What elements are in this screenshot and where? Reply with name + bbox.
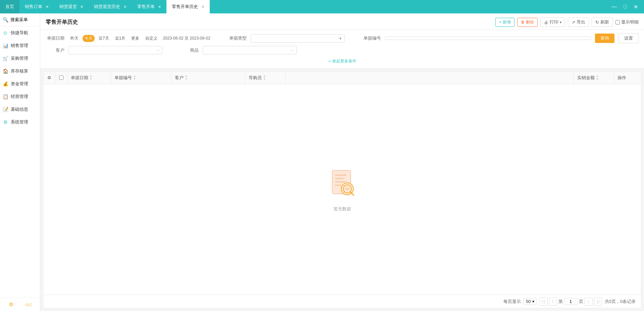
close-tab-retail-order-history[interactable]: ✕ bbox=[201, 5, 204, 9]
first-page-button[interactable]: ⟨⟨ bbox=[540, 298, 548, 306]
settings-bottom-icon[interactable]: ⚙ bbox=[9, 301, 13, 308]
svg-rect-3 bbox=[335, 181, 346, 183]
sidebar-item-label: 系统管理 bbox=[11, 119, 28, 125]
system-icon: ⚙ bbox=[3, 119, 8, 125]
page-header: 零售开单历史 + 新增 🗑 删除 🖨 打印 ▾ ↗ 导出 ↻ 刷新 bbox=[40, 13, 644, 30]
customer-input[interactable]: ··· bbox=[68, 46, 162, 54]
date-shortcut-more[interactable]: 更多 bbox=[129, 35, 141, 42]
sidebar-item-purchase[interactable]: 🛒 采购管理 bbox=[0, 52, 40, 65]
close-tab-retail-order[interactable]: ✕ bbox=[158, 5, 161, 9]
num-sort[interactable]: ▲ ▼ bbox=[133, 75, 136, 81]
sidebar-item-finance[interactable]: 💰 资金管理 bbox=[0, 77, 40, 90]
th-bill-num: 单据编号 ▲ ▼ bbox=[111, 71, 171, 84]
prev-page-button[interactable]: ⟨ bbox=[549, 298, 557, 306]
date-shortcut-7days[interactable]: 近7天 bbox=[97, 35, 111, 42]
sidebar-item-label: 基础信息 bbox=[11, 106, 28, 112]
date-shortcut-1month[interactable]: 近1月 bbox=[113, 35, 128, 42]
sidebar-search-label: 搜索采单 bbox=[10, 17, 28, 23]
settings-button[interactable]: 设置 bbox=[618, 33, 639, 43]
page-num-input[interactable] bbox=[564, 298, 578, 305]
sidebar-item-basic-info[interactable]: 📝 基础信息 bbox=[0, 103, 40, 116]
per-page-label: 每页显示 bbox=[503, 299, 521, 305]
print-icon: 🖨 bbox=[544, 20, 548, 25]
customer-label: 客户 bbox=[46, 47, 64, 53]
sidebar: 🔍 搜索采单 ⊙ 快捷导航 📊 销售管理 🛒 采购管理 🏠 库存核算 💰 资金管… bbox=[0, 13, 40, 311]
customer-sort[interactable]: ▲ ▼ bbox=[185, 75, 188, 81]
collapse-sidebar-icon[interactable]: ◁◁ bbox=[24, 302, 31, 307]
goods-dots: ··· bbox=[290, 48, 294, 53]
search-icon: 🔍 bbox=[3, 17, 8, 22]
page-prefix: 第 bbox=[558, 299, 563, 305]
sidebar-item-label: 快捷导航 bbox=[11, 30, 28, 36]
th-settings[interactable]: ⚙ bbox=[43, 71, 55, 84]
refresh-button[interactable]: ↻ 刷新 bbox=[592, 17, 613, 27]
collapse-filter-button[interactable]: ∧ 收起更多条件 bbox=[46, 57, 639, 65]
close-button[interactable]: ✕ bbox=[632, 3, 640, 11]
th-checkbox[interactable] bbox=[55, 71, 67, 84]
tab-home[interactable]: 首页 bbox=[0, 0, 19, 13]
table-settings-icon: ⚙ bbox=[47, 75, 51, 80]
add-button[interactable]: + 新增 bbox=[495, 18, 514, 27]
guide-sort[interactable]: ▲ ▼ bbox=[263, 75, 266, 81]
th-amount: 实销金额 ▲ ▼ bbox=[574, 71, 614, 84]
basic-info-icon: 📝 bbox=[3, 107, 8, 112]
close-tab-sales-return[interactable]: ✕ bbox=[80, 5, 83, 9]
date-shortcut-custom[interactable]: 自定义 bbox=[143, 35, 159, 42]
sidebar-item-quick-nav[interactable]: ⊙ 快捷导航 bbox=[0, 27, 40, 39]
quick-nav-icon: ⊙ bbox=[3, 30, 8, 36]
sidebar-bottom: ⚙ ◁◁ bbox=[0, 298, 40, 311]
tab-sales-return-history[interactable]: 销货退货历史 ✕ bbox=[89, 0, 132, 13]
show-detail-checkbox[interactable]: 显示明细 bbox=[615, 19, 639, 25]
print-button[interactable]: 🖨 打印 ▾ bbox=[540, 17, 565, 27]
customer-dots: ··· bbox=[156, 48, 159, 53]
refresh-icon: ↻ bbox=[595, 20, 599, 25]
bill-type-select[interactable]: ▾ bbox=[251, 34, 345, 43]
bill-num-input[interactable] bbox=[385, 37, 591, 40]
last-page-button[interactable]: ⟩⟩ bbox=[594, 298, 602, 306]
select-all-checkbox[interactable] bbox=[59, 75, 63, 80]
tab-retail-order[interactable]: 零售开单 ✕ bbox=[132, 0, 166, 13]
minimize-button[interactable]: — bbox=[609, 3, 619, 10]
table-header: ⚙ 单据日期 ▲ ▼ 单据编号 ▲ ▼ bbox=[43, 71, 641, 84]
bill-num-label: 单据编号 bbox=[362, 35, 381, 41]
page-title: 零售开单历史 bbox=[46, 19, 78, 26]
filter-row-1: 单据日期 昨天 今天 近7天 近1月 更多 自定义 2023-06-02 至 2… bbox=[46, 33, 639, 43]
operations-icon: 📋 bbox=[3, 94, 8, 99]
query-button[interactable]: 查询 bbox=[595, 34, 614, 43]
sidebar-item-system[interactable]: ⚙ 系统管理 bbox=[0, 116, 40, 128]
next-page-button[interactable]: ⟩ bbox=[585, 298, 593, 306]
date-shortcut-today[interactable]: 今天 bbox=[83, 35, 95, 42]
th-flex bbox=[286, 71, 574, 84]
close-tab-sales-order[interactable]: ✕ bbox=[46, 5, 49, 9]
page-suffix: 页 bbox=[579, 299, 583, 305]
tab-sales-order[interactable]: 销售订单 ✕ bbox=[19, 0, 54, 13]
th-action: 操作 bbox=[614, 71, 641, 84]
sidebar-item-inventory[interactable]: 🏠 库存核算 bbox=[0, 65, 40, 77]
content-area: 零售开单历史 + 新增 🗑 删除 🖨 打印 ▾ ↗ 导出 ↻ 刷新 bbox=[40, 13, 644, 311]
total-info: 共0页，0条记录 bbox=[605, 299, 636, 305]
delete-button[interactable]: 🗑 删除 bbox=[517, 18, 538, 27]
inventory-icon: 🏠 bbox=[3, 68, 8, 74]
show-detail-input[interactable] bbox=[615, 20, 620, 24]
maximize-button[interactable]: □ bbox=[622, 3, 629, 10]
sidebar-item-operations[interactable]: 📋 经营管理 bbox=[0, 90, 40, 103]
sidebar-item-sales[interactable]: 📊 销售管理 bbox=[0, 39, 40, 52]
close-tab-sales-return-history[interactable]: ✕ bbox=[123, 5, 127, 9]
date-sort[interactable]: ▲ ▼ bbox=[90, 75, 92, 81]
page-nav: ⟨⟨ ⟨ 第 页 ⟩ ⟩⟩ bbox=[540, 298, 602, 306]
filter-area: 单据日期 昨天 今天 近7天 近1月 更多 自定义 2023-06-02 至 2… bbox=[40, 30, 644, 68]
export-button[interactable]: ↗ 导出 bbox=[568, 17, 589, 27]
goods-input[interactable]: ··· bbox=[203, 46, 297, 54]
sidebar-search[interactable]: 🔍 搜索采单 bbox=[0, 13, 40, 27]
tab-retail-order-history[interactable]: 零售开单历史 ✕ bbox=[166, 0, 210, 13]
date-shortcut-yesterday[interactable]: 昨天 bbox=[68, 35, 81, 42]
amount-sort[interactable]: ▲ ▼ bbox=[596, 75, 599, 81]
th-guide: 导购员 ▲ ▼ bbox=[245, 71, 286, 84]
page-size-select[interactable]: 50 ▾ bbox=[524, 298, 537, 305]
print-dropdown-icon: ▾ bbox=[560, 20, 561, 24]
tab-sales-return[interactable]: 销货退货 ✕ bbox=[54, 0, 89, 13]
window-controls: — □ ✕ bbox=[609, 3, 644, 11]
svg-rect-2 bbox=[335, 178, 344, 179]
date-range-display: 2023-06-02 至 2023-06-02 bbox=[163, 36, 210, 41]
sales-icon: 📊 bbox=[3, 43, 8, 48]
